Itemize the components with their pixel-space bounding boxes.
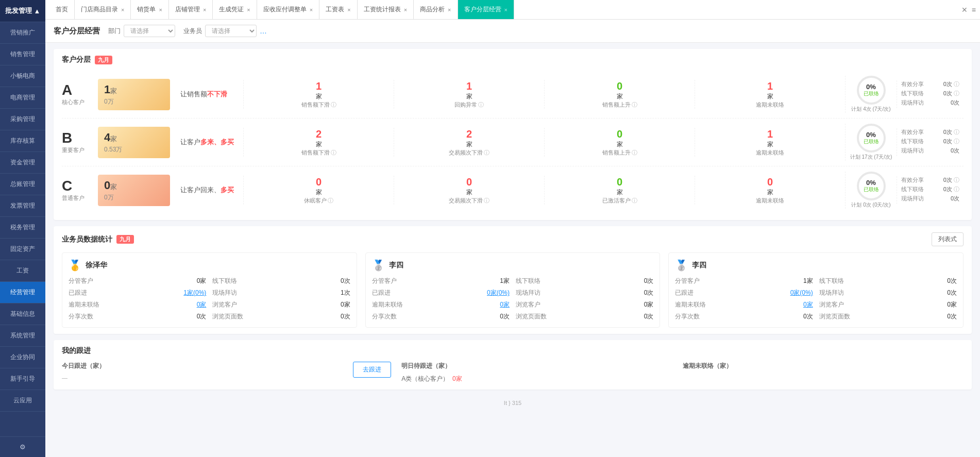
tier-stat3-C: 0 家 已激活客户 ⓘ bbox=[544, 176, 695, 205]
sidebar: 批发管理 ▲ 营销推广销售管理小畅电商电商管理采购管理库存核算资金管理总账管理发… bbox=[0, 0, 45, 457]
page-header: 客户分层经营 部门 请选择 业务员 请选择 … bbox=[45, 20, 980, 43]
medal-icon-1: 🥈 bbox=[372, 259, 385, 272]
staff-stat-item: 浏览客户 0家 bbox=[819, 300, 957, 309]
staff-stat-item: 分享次数 0次 bbox=[372, 312, 510, 321]
sidebar-item-电商管理[interactable]: 电商管理 bbox=[0, 87, 45, 109]
tab-close-icon[interactable]: × bbox=[203, 7, 206, 13]
staff-stats-section: 业务员数据统计 九月 列表式 🥇 徐泽华 分管客户 0家 线下联络 0次 已跟进… bbox=[54, 226, 972, 334]
sidebar-item-发票管理[interactable]: 发票管理 bbox=[0, 195, 45, 217]
sidebar-item-营销推广[interactable]: 营销推广 bbox=[0, 22, 45, 44]
list-view-button[interactable]: 列表式 bbox=[932, 232, 964, 246]
tab-close-icon[interactable]: × bbox=[448, 7, 451, 13]
staff-name-2: 李四 bbox=[692, 261, 706, 270]
staff-card-0: 🥇 徐泽华 分管客户 0家 线下联络 0次 已跟进 1家(0%) 现场拜访 1次… bbox=[62, 252, 357, 328]
tier-stat3-B: 0 家 销售额上升 ⓘ bbox=[544, 128, 695, 157]
staff-stat-item: 浏览页面数 0次 bbox=[819, 312, 957, 321]
tab-商品分析[interactable]: 商品分析× bbox=[414, 0, 458, 19]
settings-icon: ⚙ bbox=[20, 443, 26, 451]
tab-首页[interactable]: 首页 bbox=[49, 0, 75, 19]
sidebar-item-新手引导[interactable]: 新手引导 bbox=[0, 368, 45, 390]
sidebar-item-采购管理[interactable]: 采购管理 bbox=[0, 109, 45, 130]
tier-row-C: C 普通客户 0家 0万 让客户回来、多买 0 家 休眠客户 ⓘ 0 家 交易频… bbox=[62, 166, 964, 214]
sidebar-item-经营管理[interactable]: 经营管理 bbox=[0, 282, 45, 303]
tier-stat1-B: 2 家 销售额下滑 ⓘ bbox=[243, 128, 394, 157]
tab-close-icon[interactable]: × bbox=[247, 7, 250, 13]
tab-close-all-icon[interactable]: ✕ bbox=[961, 6, 968, 14]
tab-工资统计报表[interactable]: 工资统计报表× bbox=[358, 0, 414, 19]
tab-应收应付调整单[interactable]: 应收应付调整单× bbox=[257, 0, 319, 19]
tomorrow-content: A类（核心客户） 0家 bbox=[401, 375, 682, 383]
sidebar-item-库存核算[interactable]: 库存核算 bbox=[0, 130, 45, 152]
tier-stat4-B: 1 家 逾期未联络 bbox=[695, 128, 845, 157]
sidebar-footer-settings[interactable]: ⚙ bbox=[0, 436, 45, 457]
stats-header: 业务员数据统计 九月 列表式 bbox=[62, 232, 964, 246]
stats-month-badge: 九月 bbox=[116, 235, 134, 244]
staff-card-2: 🥈 李四 分管客户 1家 线下联络 0次 已跟进 0家(0%) 现场拜访 0次 … bbox=[668, 252, 964, 328]
staff-stats-grid-0: 分管客户 0家 线下联络 0次 已跟进 1家(0%) 现场拜访 1次 逾期未联络… bbox=[69, 277, 350, 321]
sidebar-item-总账管理[interactable]: 总账管理 bbox=[0, 174, 45, 195]
staff-stats-grid-1: 分管客户 1家 线下联络 0次 已跟进 0家(0%) 现场拜访 0次 逾期未联络… bbox=[372, 277, 654, 321]
tab-bar: 首页门店商品目录×销货单×店铺管理×生成凭证×应收应付调整单×工资表×工资统计报… bbox=[45, 0, 980, 20]
sidebar-item-销售管理[interactable]: 销售管理 bbox=[0, 44, 45, 65]
customer-tier-title: 客户分层 九月 bbox=[62, 55, 964, 64]
staff-stat-item: 现场拜访 1次 bbox=[212, 289, 350, 297]
today-follow-col: 今日跟进（家） — bbox=[62, 362, 343, 381]
sidebar-item-小畅电商[interactable]: 小畅电商 bbox=[0, 65, 45, 87]
tab-close-icon[interactable]: × bbox=[121, 7, 124, 13]
tier-mini-A: 有效分享0次 ⓘ 线下联络0次 ⓘ 现场拜访0次 bbox=[897, 80, 964, 108]
main-content: 首页门店商品目录×销货单×店铺管理×生成凭证×应收应付调整单×工资表×工资统计报… bbox=[45, 0, 980, 457]
filter-more-icon[interactable]: … bbox=[260, 27, 267, 35]
today-follow-title: 今日跟进（家） bbox=[62, 362, 343, 370]
sidebar-item-云应用[interactable]: 云应用 bbox=[0, 390, 45, 412]
staff-stat-item: 浏览客户 0家 bbox=[212, 300, 350, 309]
sidebar-expand-icon: ▲ bbox=[34, 7, 41, 15]
tab-门店商品目录[interactable]: 门店商品目录× bbox=[75, 0, 131, 19]
tomorrow-follow-title: 明日待跟进（家） bbox=[401, 362, 682, 370]
tab-close-icon[interactable]: × bbox=[310, 7, 313, 13]
goto-follow-button[interactable]: 去跟进 bbox=[353, 362, 391, 378]
stats-title: 业务员数据统计 九月 bbox=[62, 235, 134, 244]
tab-close-icon[interactable]: × bbox=[159, 7, 162, 13]
tier-count-A: 1家 0万 bbox=[98, 79, 170, 110]
dept-filter: 部门 请选择 bbox=[108, 25, 175, 37]
tab-客户分层经营[interactable]: 客户分层经营× bbox=[458, 0, 514, 19]
sidebar-item-固定资产[interactable]: 固定资产 bbox=[0, 239, 45, 260]
tier-label-A: A 核心客户 bbox=[62, 83, 98, 106]
tier-label-C: C 普通客户 bbox=[62, 179, 98, 202]
staff-stat-item: 现场拜访 0次 bbox=[516, 289, 653, 297]
tab-销货单[interactable]: 销货单× bbox=[131, 0, 168, 19]
staff-grid: 🥇 徐泽华 分管客户 0家 线下联络 0次 已跟进 1家(0%) 现场拜访 1次… bbox=[62, 252, 964, 328]
staff-name-0: 徐泽华 bbox=[86, 261, 107, 270]
tab-生成凭证[interactable]: 生成凭证× bbox=[213, 0, 257, 19]
tab-工资表[interactable]: 工资表× bbox=[319, 0, 357, 19]
sidebar-item-系统管理[interactable]: 系统管理 bbox=[0, 325, 45, 347]
sidebar-item-工资[interactable]: 工资 bbox=[0, 260, 45, 282]
tier-stat3-A: 0 家 销售额上升 ⓘ bbox=[544, 80, 695, 109]
sidebar-header[interactable]: 批发管理 ▲ bbox=[0, 0, 45, 22]
dept-select[interactable]: 请选择 bbox=[124, 25, 175, 37]
tab-close-icon[interactable]: × bbox=[347, 7, 350, 13]
sidebar-item-税务管理[interactable]: 税务管理 bbox=[0, 217, 45, 239]
tab-close-icon[interactable]: × bbox=[404, 7, 407, 13]
customer-month-badge: 九月 bbox=[95, 56, 112, 64]
sidebar-item-资金管理[interactable]: 资金管理 bbox=[0, 152, 45, 174]
staff-select[interactable]: 请选择 bbox=[205, 25, 257, 37]
tier-count-B: 4家 0.53万 bbox=[98, 127, 170, 158]
tier-stat2-A: 1 家 回购异常 ⓘ bbox=[394, 80, 544, 109]
follow-grid: 今日跟进（家） — 去跟进 明日待跟进（家） A类（核心客户） 0家 逾期未联络… bbox=[62, 362, 964, 383]
tab-店铺管理[interactable]: 店铺管理× bbox=[169, 0, 213, 19]
tier-stat2-B: 2 家 交易频次下滑 ⓘ bbox=[394, 128, 544, 157]
tab-menu-icon[interactable]: ≡ bbox=[972, 6, 976, 14]
tab-close-icon[interactable]: × bbox=[504, 7, 508, 13]
page-content: 客户分层经营 部门 请选择 业务员 请选择 … 客户分层 九月 bbox=[45, 20, 980, 457]
sidebar-item-企业协同[interactable]: 企业协同 bbox=[0, 347, 45, 368]
tier-circle-B: 0% 已联络 计划 17次 (7天/次) bbox=[845, 124, 897, 161]
staff-stat-item: 浏览客户 0家 bbox=[516, 300, 653, 309]
sidebar-item-基础信息[interactable]: 基础信息 bbox=[0, 303, 45, 325]
tier-action-B: 让客户多来、多买 bbox=[176, 138, 243, 147]
staff-stat-item: 分享次数 0次 bbox=[675, 312, 813, 321]
staff-stat-item: 已跟进 0家(0%) bbox=[675, 289, 813, 297]
bottom-status: It } 315 bbox=[45, 396, 980, 410]
tier-stat1-C: 0 家 休眠客户 ⓘ bbox=[243, 176, 394, 205]
staff-stat-item: 逾期未联络 0家 bbox=[69, 300, 206, 309]
